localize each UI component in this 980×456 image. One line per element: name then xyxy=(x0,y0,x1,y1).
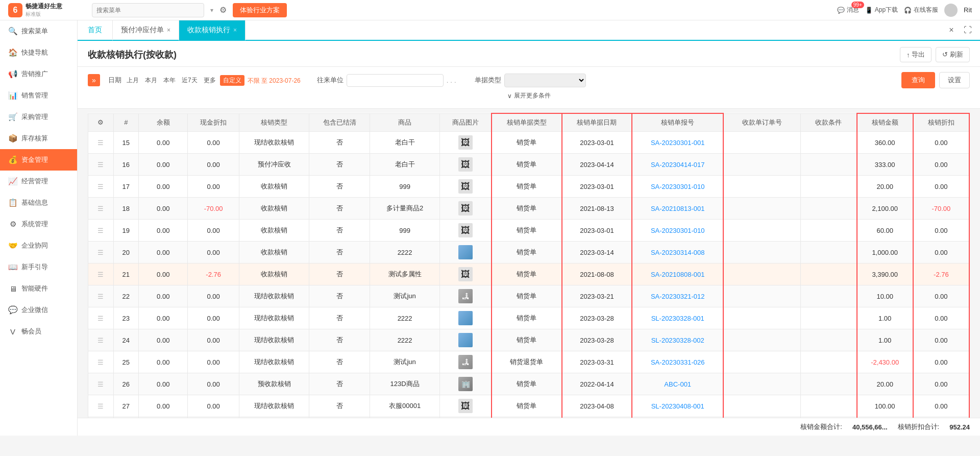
tab-receipt[interactable]: 收款核销执行 × xyxy=(179,20,246,40)
bill-no-link[interactable]: SA-20210808-001 xyxy=(651,271,705,278)
cell-balance: 0.00 xyxy=(139,285,188,307)
tab-home-label: 首页 xyxy=(88,26,102,35)
cell-no: 23 xyxy=(113,307,139,329)
solution-button[interactable]: 体验行业方案 xyxy=(233,3,287,17)
expand-conditions-row[interactable]: ∨ 展开更多条件 xyxy=(88,88,970,103)
app-download-button[interactable]: 📱 App下载 xyxy=(865,6,898,14)
date-btn-lastmonth[interactable]: 上月 xyxy=(125,75,141,86)
bill-no-link[interactable]: SA-20230301-010 xyxy=(651,227,705,234)
bill-no-link[interactable]: SA-20230331-026 xyxy=(651,358,705,366)
refresh-button[interactable]: ↺ 刷新 xyxy=(936,47,970,62)
bill-no-link[interactable]: SL-20230408-001 xyxy=(651,402,704,410)
sidebar-item-marketing[interactable]: 📢 营销推广 xyxy=(0,63,77,85)
cell-verify-bill-type: 销货单 xyxy=(492,198,562,220)
sidebar-item-system[interactable]: ⚙ 系统管理 xyxy=(0,213,77,235)
avatar[interactable] xyxy=(944,4,958,17)
partner-input[interactable] xyxy=(347,74,444,87)
voucher-type-select[interactable] xyxy=(504,74,586,87)
cell-balance: 0.00 xyxy=(139,176,188,198)
sidebar-item-search[interactable]: 🔍 搜索菜单 xyxy=(0,20,77,42)
sidebar-label: 基础信息 xyxy=(21,198,48,207)
cell-verify-bill-no: SA-20210808-001 xyxy=(632,263,723,285)
sidebar-item-collab[interactable]: 🤝 企业协同 xyxy=(0,235,77,256)
bill-no-link[interactable]: SL-20230328-002 xyxy=(651,337,704,344)
sidebar-item-inventory[interactable]: 📦 库存核算 xyxy=(0,128,77,149)
table-container[interactable]: ⚙ # 余额 现金折扣 核销类型 包含已结清 商品 商品图片 核销单据类型 核销… xyxy=(78,109,980,418)
top-actions: 💬 消息 99+ 📱 App下载 🎧 在线客服 Rit xyxy=(837,4,972,17)
sidebar-label: 新手引导 xyxy=(21,262,48,272)
tab-close-all-icon[interactable]: × xyxy=(945,24,958,36)
sidebar-item-guide[interactable]: 📖 新手引导 xyxy=(0,256,77,278)
cell-product: 老白干 xyxy=(370,132,440,154)
sidebar-item-purchase[interactable]: 🛒 采购管理 xyxy=(0,106,77,128)
cell-include-settled: 否 xyxy=(309,198,370,220)
bill-no-link[interactable]: SA-20230314-008 xyxy=(651,249,705,256)
sidebar-item-finance[interactable]: 💰 资金管理 xyxy=(0,149,77,171)
refresh-icon: ↺ xyxy=(942,51,948,58)
tab-prepay[interactable]: 预付冲应付单 × xyxy=(113,20,179,40)
cell-cash-discount: 0.00 xyxy=(188,395,239,417)
user-name: Rit xyxy=(964,6,972,14)
sidebar-label: 企业协同 xyxy=(21,241,48,250)
col-include-settled-header: 包含已结清 xyxy=(309,113,370,132)
sidebar-label: 企业微信 xyxy=(21,305,48,315)
sidebar-item-operation[interactable]: 📈 经营管理 xyxy=(0,171,77,192)
bill-no-link[interactable]: SA-20230301-001 xyxy=(651,139,705,147)
bill-no-link[interactable]: SA-20210813-001 xyxy=(651,205,705,212)
cell-balance: 0.00 xyxy=(139,220,188,242)
cell-include-settled: 否 xyxy=(309,132,370,154)
export-button[interactable]: ↑ 导出 xyxy=(900,47,932,62)
cell-cash-discount: 0.00 xyxy=(188,351,239,373)
cell-verify-amount: 100.00 xyxy=(857,395,913,417)
message-button[interactable]: 💬 消息 99+ xyxy=(837,6,859,14)
filter-expand-arrow[interactable]: » xyxy=(88,74,100,86)
cell-product-img: 🖼 xyxy=(440,132,492,154)
cell-verify-bill-no: SA-20230331-026 xyxy=(632,351,723,373)
tab-prepay-close-icon[interactable]: × xyxy=(167,27,170,34)
bill-no-link[interactable]: SA-20230414-017 xyxy=(651,161,705,169)
data-table: ⚙ # 余额 现金折扣 核销类型 包含已结清 商品 商品图片 核销单据类型 核销… xyxy=(88,113,970,418)
cell-include-settled: 否 xyxy=(309,242,370,263)
date-btn-more[interactable]: 更多 xyxy=(202,75,218,86)
sidebar-item-member[interactable]: V 畅会员 xyxy=(0,321,77,342)
cell-cash-discount: 0.00 xyxy=(188,154,239,176)
cell-cash-discount: 0.00 xyxy=(188,417,239,418)
finance-icon: 💰 xyxy=(8,155,17,164)
date-btn-thisyear[interactable]: 本年 xyxy=(161,75,178,86)
sidebar-item-wechat[interactable]: 💬 企业微信 xyxy=(0,299,77,321)
logo-area: 6 畅捷通好生意 标准版 xyxy=(8,2,86,18)
online-service-button[interactable]: 🎧 在线客服 xyxy=(904,6,938,14)
date-label: 日期 xyxy=(108,76,121,85)
bill-no-link[interactable]: SA-20230321-012 xyxy=(651,293,705,300)
setting-button[interactable]: 设置 xyxy=(939,72,970,88)
sidebar-item-nav[interactable]: 🏠 快捷导航 xyxy=(0,42,77,63)
tab-receipt-close-icon[interactable]: × xyxy=(233,27,237,34)
cell-verify-bill-type: 销货单 xyxy=(492,285,562,307)
date-btn-custom[interactable]: 自定义 xyxy=(220,75,244,86)
sidebar-item-sales[interactable]: 📊 销售管理 xyxy=(0,85,77,106)
date-btn-7days[interactable]: 近7天 xyxy=(180,75,200,86)
query-button[interactable]: 查询 xyxy=(901,72,935,88)
column-settings-icon[interactable]: ⚙ xyxy=(97,118,104,126)
sidebar-label: 营销推广 xyxy=(21,69,48,79)
tab-home[interactable]: 首页 xyxy=(78,20,113,40)
settings-icon[interactable]: ⚙ xyxy=(219,5,227,15)
cell-verify-discount: 0.00 xyxy=(913,329,969,351)
bill-no-link[interactable]: ABC-001 xyxy=(664,380,691,388)
date-btn-thismonth[interactable]: 本月 xyxy=(143,75,159,86)
sidebar-item-hardware[interactable]: 🖥 智能硬件 xyxy=(0,278,77,299)
partner-dots[interactable]: ... xyxy=(447,77,458,84)
dropdown-arrow-icon[interactable]: ▾ xyxy=(210,7,213,14)
cell-product: 老白干 xyxy=(370,154,440,176)
cell-include-settled: 否 xyxy=(309,154,370,176)
table-row: ☰ 17 0.00 0.00 收款核销 否 999 🖼 销货单 2023-03-… xyxy=(88,176,970,198)
bill-no-link[interactable]: SL-20230328-001 xyxy=(651,315,704,322)
cell-cash-discount: 0.00 xyxy=(188,242,239,263)
tab-bar-actions: × ⛶ xyxy=(945,24,980,36)
col-no-header: # xyxy=(113,113,139,132)
bill-no-link[interactable]: SA-20230301-010 xyxy=(651,183,705,190)
tab-maximize-icon[interactable]: ⛶ xyxy=(962,24,974,36)
sidebar-item-basic[interactable]: 📋 基础信息 xyxy=(0,192,77,213)
cell-verify-discount: 0.00 xyxy=(913,373,969,395)
search-input[interactable] xyxy=(92,3,204,17)
